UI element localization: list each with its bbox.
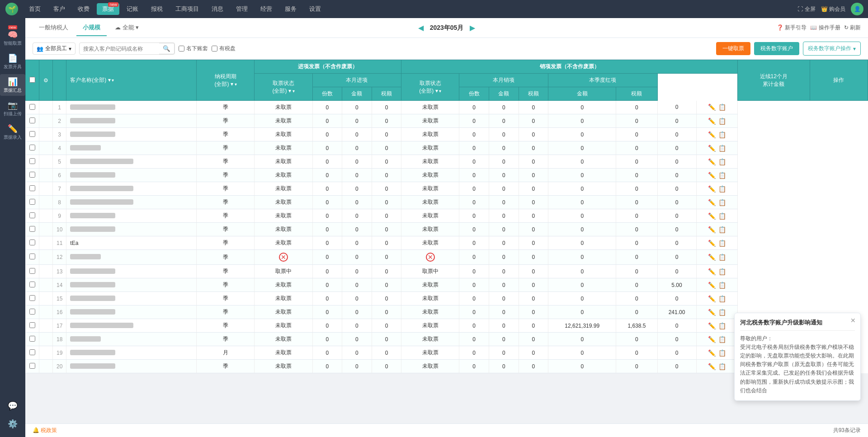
edit-icon[interactable]: ✏️ xyxy=(708,145,716,152)
search-button[interactable]: 🔍 xyxy=(159,43,175,54)
edit-icon[interactable]: ✏️ xyxy=(708,158,716,165)
th-name[interactable]: 客户名称(全部) ▾ xyxy=(66,60,197,101)
edit-icon[interactable]: ✏️ xyxy=(708,131,716,138)
tax-account-operation-btn[interactable]: 税务数字账户操作 ▾ xyxy=(803,42,861,56)
th-settings[interactable]: ⚙ xyxy=(39,60,53,101)
row-checkbox[interactable] xyxy=(29,212,35,218)
row-checkbox[interactable] xyxy=(29,104,35,110)
row-checkbox[interactable] xyxy=(29,240,35,245)
row-checkbox[interactable] xyxy=(29,295,35,301)
one-click-fetch-btn[interactable]: 一键取票 xyxy=(716,42,750,55)
row-checkbox[interactable] xyxy=(29,349,35,355)
nav-item-message[interactable]: 消息 xyxy=(206,3,229,15)
ledger-filter[interactable]: 名下账套 xyxy=(179,45,208,52)
row-checkbox[interactable] xyxy=(29,117,35,123)
edit-icon[interactable]: ✏️ xyxy=(708,226,716,233)
edit-icon[interactable]: ✏️ xyxy=(708,199,716,206)
sidebar-item-summary[interactable]: 📊 票据汇总 xyxy=(0,74,25,96)
refresh-link[interactable]: ↻ 刷新 xyxy=(844,24,861,32)
row-checkbox[interactable] xyxy=(29,172,35,178)
nav-item-settings[interactable]: 设置 xyxy=(304,3,326,15)
copy-icon[interactable]: 📋 xyxy=(718,322,726,329)
sidebar-item-settings[interactable]: ⚙️ xyxy=(6,416,19,432)
th-tax-period[interactable]: 纳税周期(全部) ▾ xyxy=(197,60,255,101)
nav-item-business[interactable]: 工商项目 xyxy=(170,3,204,15)
copy-icon[interactable]: 📋 xyxy=(718,282,726,289)
nav-item-customer[interactable]: 客户 xyxy=(48,3,71,15)
copy-icon[interactable]: 📋 xyxy=(718,103,726,111)
th-in-status[interactable]: 取票状态(全部) ▾ xyxy=(255,74,312,101)
row-checkbox[interactable] xyxy=(29,199,35,205)
edit-icon[interactable]: ✏️ xyxy=(708,268,716,275)
row-checkbox[interactable] xyxy=(29,363,35,369)
subnav-tab-small[interactable]: 小规模 xyxy=(76,20,107,36)
search-input[interactable] xyxy=(80,44,161,54)
edit-icon[interactable]: ✏️ xyxy=(708,240,716,247)
row-checkbox[interactable] xyxy=(29,226,35,232)
edit-icon[interactable]: ✏️ xyxy=(708,185,716,193)
edit-icon[interactable]: ✏️ xyxy=(708,117,716,125)
row-checkbox[interactable] xyxy=(29,336,35,342)
tax-disk-checkbox[interactable] xyxy=(212,46,217,52)
row-checkbox[interactable] xyxy=(29,158,35,164)
edit-icon[interactable]: ✏️ xyxy=(708,212,716,220)
sidebar-item-chat[interactable]: 💬 xyxy=(6,398,19,414)
row-checkbox[interactable] xyxy=(29,185,35,191)
th-out-status[interactable]: 取票状态(全部) ▾ xyxy=(401,74,459,101)
tax-policy-link[interactable]: 🔔 税政策 xyxy=(33,427,57,434)
copy-icon[interactable]: 📋 xyxy=(718,240,726,247)
copy-icon[interactable]: 📋 xyxy=(718,131,726,138)
row-checkbox[interactable] xyxy=(29,268,35,274)
edit-icon[interactable]: ✏️ xyxy=(708,349,716,357)
nav-item-operation[interactable]: 经营 xyxy=(255,3,278,15)
edit-icon[interactable]: ✏️ xyxy=(708,309,716,316)
copy-icon[interactable]: 📋 xyxy=(718,172,726,179)
nav-item-tax[interactable]: 报税 xyxy=(146,3,168,15)
copy-icon[interactable]: 📋 xyxy=(718,295,726,302)
sidebar-item-open-invoice[interactable]: 📄 发票开具 xyxy=(0,51,25,72)
nav-item-invoice[interactable]: 票据 new xyxy=(97,3,119,15)
row-checkbox[interactable] xyxy=(29,131,35,137)
tax-disk-filter[interactable]: 有税盘 xyxy=(212,45,236,52)
vip-btn[interactable]: 👑 购会员 xyxy=(821,5,845,13)
row-checkbox[interactable] xyxy=(29,309,35,315)
edit-icon[interactable]: ✏️ xyxy=(708,363,716,370)
copy-icon[interactable]: 📋 xyxy=(718,185,726,193)
nav-item-service[interactable]: 服务 xyxy=(279,3,302,15)
new-guide-link[interactable]: ❓ 新手引导 xyxy=(777,24,807,32)
edit-icon[interactable]: ✏️ xyxy=(708,282,716,289)
copy-icon[interactable]: 📋 xyxy=(718,199,726,206)
notification-close-btn[interactable]: ✕ xyxy=(850,317,856,324)
avatar[interactable]: 👤 xyxy=(851,3,863,15)
row-checkbox[interactable] xyxy=(29,145,35,150)
copy-icon[interactable]: 📋 xyxy=(718,254,726,261)
row-checkbox[interactable] xyxy=(29,322,35,328)
sidebar-item-smart-invoice[interactable]: new 🧠 智能取票 xyxy=(0,23,25,49)
ledger-checkbox[interactable] xyxy=(179,46,184,52)
nav-item-manage[interactable]: 管理 xyxy=(231,3,253,15)
edit-icon[interactable]: ✏️ xyxy=(708,254,716,261)
copy-icon[interactable]: 📋 xyxy=(718,145,726,152)
edit-icon[interactable]: ✏️ xyxy=(708,322,716,329)
copy-icon[interactable]: 📋 xyxy=(718,226,726,233)
date-next-btn[interactable]: ▶ xyxy=(467,23,478,33)
select-all-checkbox[interactable] xyxy=(29,77,35,83)
manual-link[interactable]: 📖 操作手册 xyxy=(810,24,840,32)
copy-icon[interactable]: 📋 xyxy=(718,336,726,343)
row-checkbox[interactable] xyxy=(29,254,35,259)
edit-icon[interactable]: ✏️ xyxy=(708,295,716,302)
edit-icon[interactable]: ✏️ xyxy=(708,172,716,179)
subnav-tab-general[interactable]: 一般纳税人 xyxy=(33,20,75,36)
row-checkbox[interactable] xyxy=(29,282,35,287)
nav-item-home[interactable]: 首页 xyxy=(24,3,46,15)
copy-icon[interactable]: 📋 xyxy=(718,349,726,357)
employee-filter[interactable]: 👥 全部员工 ▾ xyxy=(33,42,75,55)
date-prev-btn[interactable]: ◀ xyxy=(415,23,426,33)
copy-icon[interactable]: 📋 xyxy=(718,117,726,125)
edit-icon[interactable]: ✏️ xyxy=(708,336,716,343)
sidebar-item-enter[interactable]: ✏️ 票据录入 xyxy=(0,121,25,143)
nav-item-fee[interactable]: 收费 xyxy=(72,3,95,15)
copy-icon[interactable]: 📋 xyxy=(718,158,726,165)
tax-account-btn[interactable]: 税务数字账户 xyxy=(754,42,799,55)
copy-icon[interactable]: 📋 xyxy=(718,268,726,275)
